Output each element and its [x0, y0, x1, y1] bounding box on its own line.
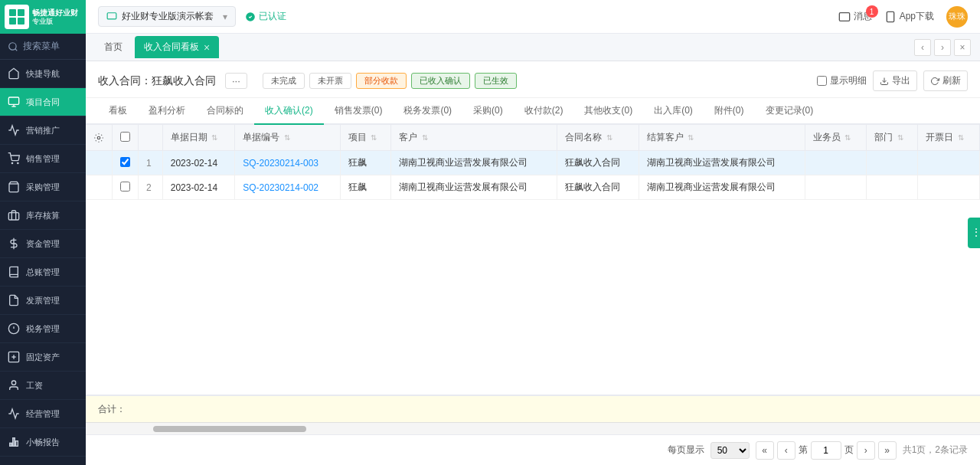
sidebar-item-report[interactable]: 小畅报告 — [0, 428, 86, 457]
sub-tab-warehouse[interactable]: 出入库(0) — [643, 98, 704, 125]
sort-customer-icon[interactable]: ⇅ — [422, 133, 428, 142]
table-row[interactable]: 2 2023-02-14 SQ-20230214-002 狂飙 湖南卫视商业运营… — [86, 175, 980, 200]
show-detail-checkbox[interactable] — [817, 76, 827, 86]
sidebar-item-marketing[interactable]: 营销推广 — [0, 116, 86, 145]
certified-label: 已认证 — [259, 10, 286, 23]
show-detail-checkbox-label[interactable]: 显示明细 — [817, 74, 867, 87]
sub-tab-contract-subject[interactable]: 合同标的 — [196, 98, 254, 125]
status-btn-uninvoiced[interactable]: 未开票 — [309, 73, 351, 89]
sub-tab-sales-invoice[interactable]: 销售发票(0) — [324, 98, 394, 125]
page-size-select[interactable]: 50 20 100 — [710, 442, 750, 459]
nav-close-arrow[interactable]: × — [954, 39, 971, 56]
sort-salesperson-icon[interactable]: ⇅ — [844, 133, 851, 142]
order-no-link[interactable]: SQ-20230214-002 — [243, 182, 318, 193]
sidebar-item-management[interactable]: 经营管理 — [0, 400, 86, 428]
sidebar-item-invoice[interactable]: 发票管理 — [0, 287, 86, 315]
tab-home[interactable]: 首页 — [95, 36, 132, 58]
sidebar-item-salary[interactable]: 工资 — [0, 372, 86, 400]
sub-tab-revenue[interactable]: 收入确认(2) — [254, 98, 324, 125]
company-selector[interactable]: 好业财专业版演示帐套 ▾ — [98, 6, 236, 27]
sub-tab-tax-invoice[interactable]: 税务发票(0) — [393, 98, 462, 125]
message-badge: 1 — [866, 5, 878, 18]
cell-salesperson — [805, 175, 867, 200]
cell-check[interactable] — [113, 151, 139, 175]
export-button[interactable]: 导出 — [873, 70, 917, 91]
title-prefix: 收入合同： — [98, 74, 152, 87]
sidebar-item-fixed-assets[interactable]: 固定资产 — [0, 343, 86, 372]
chevron-down-icon: ▾ — [223, 11, 227, 22]
status-btn-partial[interactable]: 部分收款 — [356, 73, 407, 89]
nav-next-arrow[interactable]: › — [934, 39, 951, 56]
sidebar-item-tax[interactable]: 税务管理 — [0, 315, 86, 343]
col-contract-name[interactable]: 合同名称 ⇅ — [557, 125, 639, 151]
sidebar-item-project-contract[interactable]: 项目合同 — [0, 88, 86, 116]
certified-badge: 已认证 — [245, 10, 286, 23]
col-salesperson[interactable]: 业务员 ⇅ — [805, 125, 867, 151]
export-label: 导出 — [892, 74, 910, 87]
next-page-btn[interactable]: › — [857, 441, 875, 460]
sub-tab-attachment[interactable]: 附件(0) — [704, 98, 755, 125]
select-all-checkbox[interactable] — [120, 132, 130, 142]
sidebar-item-funds[interactable]: 资金管理 — [0, 230, 86, 258]
table-container: 单据日期 ⇅ 单据编号 ⇅ 项目 ⇅ 客户 ⇅ — [86, 125, 980, 395]
sort-contract-icon[interactable]: ⇅ — [606, 133, 612, 142]
col-order-no[interactable]: 单据编号 ⇅ — [235, 125, 340, 151]
col-date[interactable]: 单据日期 ⇅ — [162, 125, 234, 151]
tab-close-icon[interactable]: × — [204, 41, 210, 54]
sidebar-item-purchase[interactable]: 采购管理 — [0, 173, 86, 201]
col-department[interactable]: 部门 ⇅ — [867, 125, 918, 151]
sort-settle-icon[interactable]: ⇅ — [688, 133, 694, 142]
search-menu[interactable]: 搜索菜单 — [0, 34, 86, 60]
user-avatar[interactable]: 珠珠 — [946, 6, 968, 28]
sidebar-item-inventory[interactable]: 库存核算 — [0, 201, 86, 230]
col-settle-customer[interactable]: 结算客户 ⇅ — [639, 125, 805, 151]
sub-tab-board[interactable]: 看板 — [98, 98, 138, 125]
table-row[interactable]: 1 2023-02-14 SQ-20230214-003 狂飙 湖南卫视商业运营… — [86, 151, 980, 175]
sort-date-icon[interactable]: ⇅ — [211, 133, 217, 142]
sub-tab-purchase[interactable]: 采购(0) — [462, 98, 514, 125]
status-btn-effective[interactable]: 已生效 — [475, 73, 517, 89]
data-table: 单据日期 ⇅ 单据编号 ⇅ 项目 ⇅ 客户 ⇅ — [86, 125, 980, 200]
row-checkbox[interactable] — [120, 157, 130, 167]
tab-contract-board[interactable]: 收入合同看板 × — [135, 36, 219, 58]
col-check[interactable] — [113, 125, 139, 151]
nav-prev-arrow[interactable]: ‹ — [914, 39, 931, 56]
scroll-thumb[interactable] — [153, 426, 306, 432]
sort-dept-icon[interactable]: ⇅ — [897, 133, 903, 142]
app-download-button[interactable]: App下载 — [884, 10, 934, 23]
col-open-date[interactable]: 开票日 ⇅ — [918, 125, 980, 151]
horizontal-scrollbar[interactable] — [86, 422, 980, 434]
top-bar-right: 消息 1 App下载 珠珠 — [838, 6, 968, 28]
refresh-button[interactable]: 刷新 — [923, 70, 968, 91]
cell-customer: 湖南卫视商业运营发展有限公司 — [391, 175, 557, 200]
right-panel-toggle[interactable]: ⋮ — [968, 218, 980, 248]
col-settings[interactable] — [86, 125, 113, 151]
sub-tab-change-log[interactable]: 变更记录(0) — [755, 98, 825, 125]
sub-tab-profit[interactable]: 盈利分析 — [138, 98, 196, 125]
cell-order-no[interactable]: SQ-20230214-003 — [235, 151, 340, 175]
sub-tab-other[interactable]: 其他收支(0) — [573, 98, 643, 125]
sort-project-icon[interactable]: ⇅ — [371, 133, 377, 142]
status-btn-confirmed[interactable]: 已收入确认 — [411, 73, 470, 89]
sidebar-item-ledger[interactable]: 总账管理 — [0, 258, 86, 287]
sort-open-date-icon[interactable]: ⇅ — [958, 133, 964, 142]
sidebar-label-report: 小畅报告 — [26, 437, 60, 448]
cell-check[interactable] — [113, 175, 139, 200]
sidebar-item-basic-info[interactable]: 基础信息 — [0, 457, 86, 465]
status-btn-incomplete[interactable]: 未完成 — [263, 73, 305, 89]
last-page-btn[interactable]: » — [878, 441, 897, 460]
message-button[interactable]: 消息 1 — [838, 10, 872, 23]
sidebar-item-quick-nav[interactable]: 快捷导航 — [0, 60, 86, 88]
col-project[interactable]: 项目 ⇅ — [340, 125, 391, 151]
first-page-btn[interactable]: « — [756, 441, 774, 460]
order-no-link[interactable]: SQ-20230214-003 — [243, 158, 318, 169]
sort-order-icon[interactable]: ⇅ — [284, 133, 290, 142]
cell-order-no[interactable]: SQ-20230214-002 — [235, 175, 340, 200]
more-button[interactable]: ··· — [225, 73, 247, 89]
sidebar-item-sales[interactable]: 销售管理 — [0, 145, 86, 173]
col-customer[interactable]: 客户 ⇅ — [391, 125, 557, 151]
sub-tab-payment[interactable]: 收付款(2) — [514, 98, 574, 125]
prev-page-btn[interactable]: ‹ — [777, 441, 795, 460]
page-input[interactable] — [811, 441, 841, 460]
row-checkbox[interactable] — [120, 182, 130, 192]
